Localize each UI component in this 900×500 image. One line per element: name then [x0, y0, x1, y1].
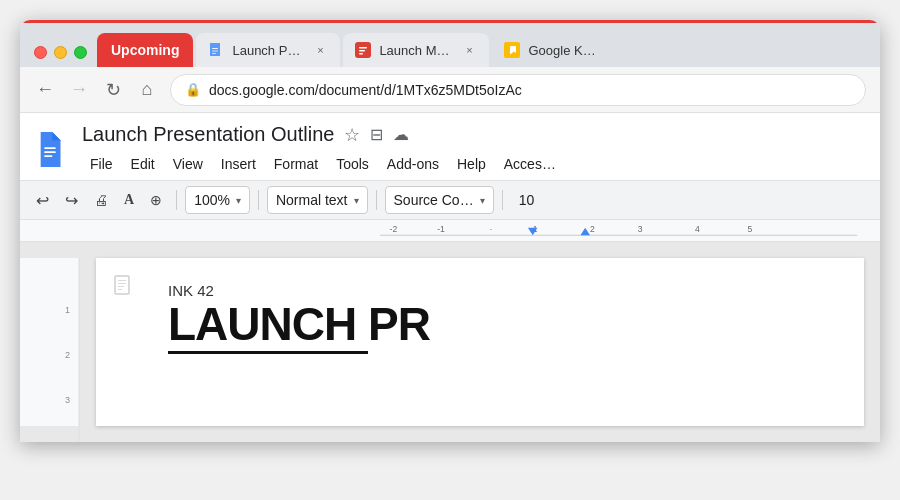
tabs-container: Upcoming	[97, 33, 870, 67]
zoom-select[interactable]: 100% ▾	[185, 186, 250, 214]
ruler-svg: -2 -1 · 1 2 3 4 5	[380, 220, 880, 241]
toolbar-separator-1	[176, 190, 177, 210]
svg-text:2: 2	[65, 350, 70, 360]
svg-rect-12	[44, 155, 52, 157]
traffic-lights	[30, 46, 97, 67]
toolbar-separator-2	[258, 190, 259, 210]
address-bar: ← → ↻ ⌂ 🔒 docs.google.com/document/d/1MT…	[20, 67, 880, 113]
svg-rect-31	[118, 286, 124, 287]
font-select[interactable]: Source Co… ▾	[385, 186, 494, 214]
style-select[interactable]: Normal text ▾	[267, 186, 368, 214]
undo-button[interactable]: ↩	[30, 186, 55, 214]
star-icon[interactable]: ☆	[344, 124, 360, 146]
back-button[interactable]: ←	[34, 79, 56, 101]
menu-format[interactable]: Format	[266, 152, 326, 176]
maximize-window-button[interactable]	[74, 46, 87, 59]
svg-rect-32	[118, 289, 122, 290]
svg-text:5: 5	[748, 224, 753, 234]
zoom-dropdown-arrow: ▾	[236, 195, 241, 206]
svg-text:4: 4	[695, 224, 700, 234]
fontsize-select[interactable]: 10	[511, 186, 547, 214]
menu-insert[interactable]: Insert	[213, 152, 264, 176]
spellcheck-button[interactable]: A	[118, 186, 140, 214]
svg-text:·: ·	[490, 224, 492, 234]
folder-icon[interactable]: ⊟	[370, 125, 383, 144]
minimize-window-button[interactable]	[54, 46, 67, 59]
docs-title-area: Launch Presentation Outline ☆ ⊟ ☁ File E…	[82, 123, 864, 180]
svg-rect-7	[359, 50, 365, 52]
ruler: -2 -1 · 1 2 3 4 5	[20, 220, 880, 242]
page-layout-icon	[112, 274, 136, 302]
toolbar-separator-4	[502, 190, 503, 210]
tab-google-k-label: Google K…	[528, 43, 595, 58]
docs-logo	[36, 132, 68, 172]
doc-main-title: LAUNCH PR	[168, 301, 832, 347]
menu-edit[interactable]: Edit	[123, 152, 163, 176]
tab-launch-m-close[interactable]: ×	[461, 42, 477, 58]
tab-upcoming[interactable]: Upcoming	[97, 33, 193, 67]
menu-help[interactable]: Help	[449, 152, 494, 176]
menu-file[interactable]: File	[82, 152, 121, 176]
docs-title-row: Launch Presentation Outline ☆ ⊟ ☁	[82, 123, 864, 146]
svg-text:2: 2	[590, 224, 595, 234]
docs-toolbar: ↩ ↪ 🖨 A ⊕ 100% ▾ Normal text ▾ Source Co…	[20, 180, 880, 220]
docs-chrome: Launch Presentation Outline ☆ ⊟ ☁ File E…	[20, 113, 880, 442]
doc-page: INK 42 LAUNCH PR	[96, 258, 864, 426]
paint-format-button[interactable]: ⊕	[144, 186, 168, 214]
menu-tools[interactable]: Tools	[328, 152, 377, 176]
vertical-ruler: 1 2 3	[20, 258, 80, 442]
doc-underline	[168, 351, 368, 354]
doc-content: INK 42 LAUNCH PR	[128, 282, 832, 354]
fontsize-value: 10	[519, 192, 535, 208]
sidebar-ruler: 1 2 3	[20, 258, 80, 426]
svg-rect-1	[210, 43, 220, 56]
svg-rect-4	[212, 53, 216, 54]
url-field[interactable]: 🔒 docs.google.com/document/d/1MTx6z5MDt5…	[170, 74, 866, 106]
browser-window: Upcoming	[20, 20, 880, 442]
url-text: docs.google.com/document/d/1MTx6z5MDt5oI…	[209, 82, 522, 98]
tab-launch-p-favicon	[208, 42, 224, 58]
docs-menu: File Edit View Insert Format Tools Add-o…	[82, 148, 864, 180]
style-value: Normal text	[276, 192, 348, 208]
svg-text:3: 3	[65, 395, 70, 405]
svg-text:3: 3	[638, 224, 643, 234]
style-dropdown-arrow: ▾	[354, 195, 359, 206]
menu-view[interactable]: View	[165, 152, 211, 176]
docs-document-title: Launch Presentation Outline	[82, 123, 334, 146]
font-value: Source Co…	[394, 192, 474, 208]
refresh-button[interactable]: ↻	[102, 79, 124, 101]
close-window-button[interactable]	[34, 46, 47, 59]
tab-google-k[interactable]: Google K…	[492, 33, 607, 67]
docs-header: Launch Presentation Outline ☆ ⊟ ☁ File E…	[20, 113, 880, 180]
tab-google-k-favicon	[504, 42, 520, 58]
svg-rect-30	[118, 283, 126, 284]
tab-launch-p[interactable]: Launch P… ×	[196, 33, 340, 67]
tab-launch-m[interactable]: Launch M… ×	[343, 33, 489, 67]
svg-rect-11	[44, 151, 56, 153]
forward-button[interactable]: →	[68, 79, 90, 101]
tab-launch-m-favicon	[355, 42, 371, 58]
doc-subtitle: INK 42	[168, 282, 832, 299]
svg-rect-29	[118, 280, 126, 281]
redo-button[interactable]: ↪	[59, 186, 84, 214]
svg-text:1: 1	[65, 305, 70, 315]
tab-bar: Upcoming	[20, 23, 880, 67]
svg-rect-6	[359, 47, 367, 49]
svg-marker-23	[580, 228, 590, 236]
svg-text:-1: -1	[437, 224, 445, 234]
print-button[interactable]: 🖨	[88, 186, 114, 214]
font-dropdown-arrow: ▾	[480, 195, 485, 206]
menu-accessibility[interactable]: Acces…	[496, 152, 564, 176]
zoom-value: 100%	[194, 192, 230, 208]
toolbar-separator-3	[376, 190, 377, 210]
menu-addons[interactable]: Add-ons	[379, 152, 447, 176]
cloud-icon[interactable]: ☁	[393, 125, 409, 144]
svg-rect-8	[359, 53, 363, 55]
home-button[interactable]: ⌂	[136, 79, 158, 101]
svg-rect-3	[212, 51, 218, 52]
tab-launch-p-label: Launch P…	[232, 43, 300, 58]
svg-rect-2	[212, 48, 218, 49]
tab-launch-m-label: Launch M…	[379, 43, 449, 58]
tab-launch-p-close[interactable]: ×	[312, 42, 328, 58]
svg-text:-2: -2	[390, 224, 398, 234]
